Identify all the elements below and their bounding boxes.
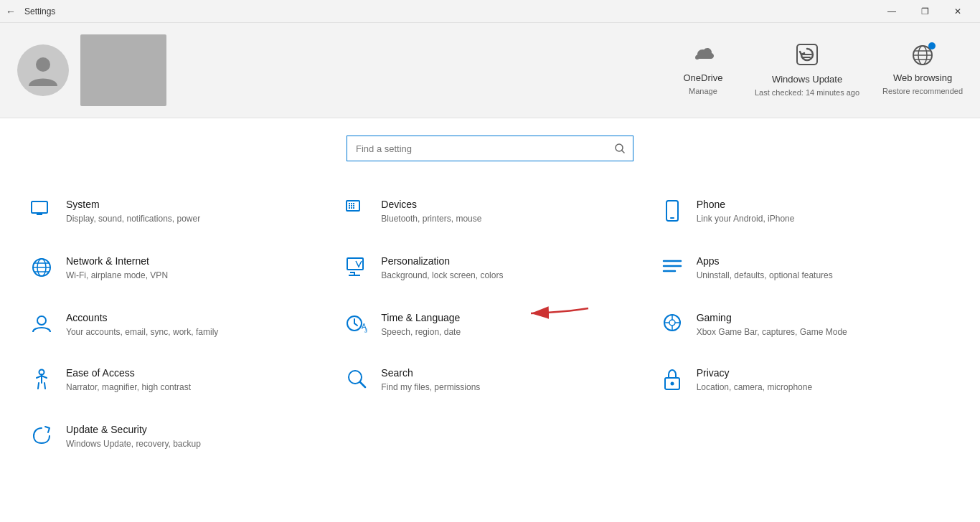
ease-of-access-icon xyxy=(29,369,55,395)
svg-point-51 xyxy=(670,382,674,386)
accounts-text: AccountsYour accounts, email, sync, work… xyxy=(66,312,218,338)
system-icon xyxy=(29,200,55,223)
web-browsing-shortcut[interactable]: Web browsing Restore recommended xyxy=(882,44,963,96)
accounts-title: Accounts xyxy=(66,312,218,323)
network-desc: Wi-Fi, airplane mode, VPN xyxy=(66,270,168,282)
settings-grid: SystemDisplay, sound, notifications, pow… xyxy=(17,184,963,465)
svg-point-36 xyxy=(37,316,46,325)
accounts-desc: Your accounts, email, sync, work, family xyxy=(66,326,218,338)
svg-rect-22 xyxy=(351,207,352,209)
onedrive-title: OneDrive xyxy=(683,72,722,83)
svg-rect-18 xyxy=(349,205,350,207)
header-shortcuts: OneDrive Manage Windows Update Last chec… xyxy=(674,43,963,98)
privacy-desc: Location, camera, microphone xyxy=(697,381,812,394)
windows-update-title: Windows Update xyxy=(772,74,842,85)
personalization-title: Personalization xyxy=(381,255,503,267)
svg-rect-15 xyxy=(349,203,350,204)
phone-text: PhoneLink your Android, iPhone xyxy=(697,199,795,225)
windows-update-icon xyxy=(796,43,819,71)
gaming-icon xyxy=(659,313,685,336)
svg-rect-21 xyxy=(349,207,350,209)
minimize-button[interactable]: — xyxy=(875,0,908,23)
svg-point-0 xyxy=(36,57,50,72)
network-title: Network & Internet xyxy=(66,255,168,267)
web-browsing-title: Web browsing xyxy=(893,72,952,83)
web-browsing-sub: Restore recommended xyxy=(882,86,963,96)
title-bar-title: Settings xyxy=(24,6,55,16)
svg-text:あ: あ xyxy=(364,328,367,333)
phone-desc: Link your Android, iPhone xyxy=(697,213,795,225)
ease-of-access-title: Ease of Access xyxy=(66,367,191,379)
system-text: SystemDisplay, sound, notifications, pow… xyxy=(66,199,200,225)
back-arrow-icon[interactable]: ← xyxy=(6,6,16,17)
gaming-title: Gaming xyxy=(697,312,847,323)
settings-item-apps[interactable]: AppsUninstall, defaults, optional featur… xyxy=(648,241,963,298)
update-security-icon xyxy=(29,425,55,450)
settings-item-time-language[interactable]: AあTime & LanguageSpeech, region, date xyxy=(332,298,647,353)
search-section xyxy=(0,118,980,173)
user-icon xyxy=(29,54,57,86)
search-button[interactable] xyxy=(607,136,633,161)
settings-item-personalization[interactable]: PersonalizationBackground, lock screen, … xyxy=(332,241,647,298)
privacy-icon xyxy=(659,369,685,395)
network-icon xyxy=(29,257,55,283)
devices-icon xyxy=(344,200,369,224)
onedrive-shortcut[interactable]: OneDrive Manage xyxy=(674,44,732,96)
profile-image xyxy=(80,34,166,106)
svg-line-10 xyxy=(622,151,624,153)
personalization-text: PersonalizationBackground, lock screen, … xyxy=(381,255,503,282)
settings-item-privacy[interactable]: PrivacyLocation, camera, microphone xyxy=(648,353,963,409)
windows-update-shortcut[interactable]: Windows Update Last checked: 14 minutes … xyxy=(755,43,859,98)
search-input[interactable] xyxy=(347,143,607,154)
phone-title: Phone xyxy=(697,199,795,210)
svg-rect-19 xyxy=(351,205,352,207)
search-icon xyxy=(615,143,625,153)
time-language-text: Time & LanguageSpeech, region, date xyxy=(381,312,461,338)
personalization-icon xyxy=(344,257,369,282)
network-text: Network & InternetWi-Fi, airplane mode, … xyxy=(66,255,168,282)
settings-item-devices[interactable]: DevicesBluetooth, printers, mouse xyxy=(332,184,647,241)
system-title: System xyxy=(66,199,200,210)
apps-icon xyxy=(659,257,685,282)
update-security-text: Update & SecurityWindows Update, recover… xyxy=(66,424,201,450)
avatar xyxy=(17,44,69,96)
settings-item-system[interactable]: SystemDisplay, sound, notifications, pow… xyxy=(17,184,332,241)
system-desc: Display, sound, notifications, power xyxy=(66,213,200,225)
apps-text: AppsUninstall, defaults, optional featur… xyxy=(697,255,833,282)
windows-update-sub: Last checked: 14 minutes ago xyxy=(755,87,859,98)
title-bar: ← Settings — ❐ ✕ xyxy=(0,0,980,23)
update-security-desc: Windows Update, recovery, backup xyxy=(66,438,201,450)
onedrive-icon xyxy=(692,44,715,70)
apps-title: Apps xyxy=(697,255,833,267)
phone-icon xyxy=(659,200,685,227)
search-box xyxy=(347,136,633,161)
header-area: OneDrive Manage Windows Update Last chec… xyxy=(0,23,980,118)
close-button[interactable]: ✕ xyxy=(941,0,974,23)
svg-rect-11 xyxy=(32,201,47,213)
maximize-button[interactable]: ❐ xyxy=(908,0,941,23)
settings-item-accounts[interactable]: AccountsYour accounts, email, sync, work… xyxy=(17,298,332,353)
devices-desc: Bluetooth, printers, mouse xyxy=(381,213,481,225)
title-bar-left: ← Settings xyxy=(6,6,55,17)
onedrive-sub: Manage xyxy=(689,86,717,96)
profile-section xyxy=(17,34,657,106)
apps-desc: Uninstall, defaults, optional features xyxy=(697,270,833,282)
svg-rect-20 xyxy=(353,205,354,207)
privacy-title: Privacy xyxy=(697,367,812,379)
search-title: Search xyxy=(381,367,480,379)
devices-text: DevicesBluetooth, printers, mouse xyxy=(381,199,481,225)
privacy-text: PrivacyLocation, camera, microphone xyxy=(697,367,812,394)
settings-item-search[interactable]: SearchFind my files, permissions xyxy=(332,353,647,409)
time-language-icon: Aあ xyxy=(344,313,369,338)
blue-dot-indicator xyxy=(928,42,936,49)
update-security-title: Update & Security xyxy=(66,424,201,435)
accounts-icon xyxy=(29,313,55,338)
settings-item-phone[interactable]: PhoneLink your Android, iPhone xyxy=(648,184,963,241)
svg-line-49 xyxy=(360,382,365,387)
settings-item-gaming[interactable]: GamingXbox Game Bar, captures, Game Mode xyxy=(648,298,963,353)
settings-item-ease-of-access[interactable]: Ease of AccessNarrator, magnifier, high … xyxy=(17,353,332,409)
settings-item-network[interactable]: Network & InternetWi-Fi, airplane mode, … xyxy=(17,241,332,298)
settings-item-update-security[interactable]: Update & SecurityWindows Update, recover… xyxy=(17,409,332,465)
gaming-desc: Xbox Game Bar, captures, Game Mode xyxy=(697,326,847,338)
svg-rect-16 xyxy=(351,203,352,204)
